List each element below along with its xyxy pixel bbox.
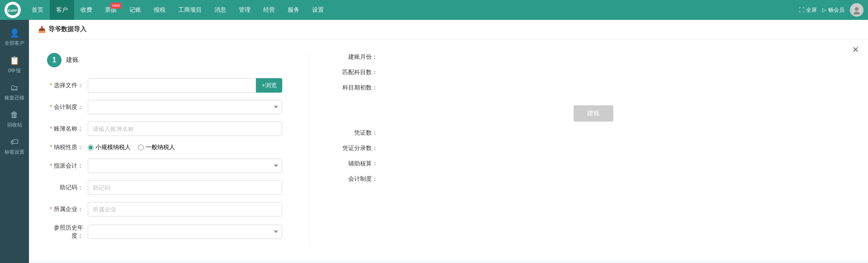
sidebar-item-label: 标签设置 bbox=[5, 149, 24, 155]
sidebar-item-trash[interactable]: 🗑 回收站 bbox=[1, 107, 28, 132]
form-card: ✕ 1 建账 * 选择文件： bbox=[29, 39, 868, 261]
browse-button[interactable]: +浏览 bbox=[256, 78, 282, 93]
file-row: * 选择文件： +浏览 bbox=[47, 78, 282, 93]
history-year-wrapper bbox=[88, 225, 282, 239]
step-label: 建账 bbox=[66, 56, 79, 64]
sidebar-item-label: 全部客户 bbox=[5, 40, 24, 47]
accounting-system-wrapper bbox=[88, 100, 282, 114]
svg-point-3 bbox=[854, 12, 860, 14]
sidebar: 👤 全部客户 📋 0申报 🗂 账套迁移 🗑 回收站 🏷 标签设置 bbox=[0, 20, 29, 263]
page-title-icon: 📥 bbox=[38, 26, 46, 33]
nav-home[interactable]: 首页 bbox=[25, 0, 50, 20]
accounting-system-right-label: 会计制度： bbox=[337, 175, 382, 183]
file-input[interactable] bbox=[88, 78, 256, 93]
nav-service[interactable]: 服务 bbox=[281, 0, 306, 20]
migrate-icon: 🗂 bbox=[10, 83, 19, 93]
nav-manage[interactable]: 管理 bbox=[232, 0, 257, 20]
vip-btn[interactable]: ▷ 畅会员 bbox=[822, 6, 844, 14]
memo-code-row: 助记码： bbox=[47, 180, 282, 195]
nav-invoice[interactable]: 票据 new bbox=[99, 0, 123, 20]
nav-clients[interactable]: 客户 bbox=[50, 0, 74, 20]
fullscreen-btn[interactable]: ⛶ 全屏 bbox=[799, 6, 817, 14]
avatar-icon bbox=[852, 5, 861, 14]
accountant-row: * 指派会计： bbox=[47, 159, 282, 173]
company-input[interactable] bbox=[88, 202, 282, 216]
company-label: * 所属企业： bbox=[47, 205, 88, 213]
nav-bookkeeping[interactable]: 记账 bbox=[123, 0, 147, 20]
tax-general-radio[interactable] bbox=[138, 145, 144, 150]
build-btn-wrapper: 建账 bbox=[337, 101, 850, 122]
fullscreen-icon: ⛶ bbox=[799, 7, 804, 13]
step-header: 1 建账 bbox=[47, 53, 282, 67]
sidebar-item-label: 回收站 bbox=[7, 122, 22, 128]
accountant-label: * 指派会计： bbox=[47, 162, 88, 170]
ledger-name-label: * 账簿名称： bbox=[47, 125, 88, 133]
accountant-select[interactable] bbox=[88, 159, 282, 173]
tax-small-scale[interactable]: 小规模纳税人 bbox=[88, 143, 131, 151]
form-layout: 1 建账 * 选择文件： +浏览 bbox=[47, 53, 850, 247]
page-title-text: 导爷数据导入 bbox=[48, 25, 86, 33]
top-nav: EaRP 首页 客户 收费 票据 new 记账 报税 工商项目 消息 管理 经营… bbox=[0, 0, 868, 20]
sidebar-item-migrate[interactable]: 🗂 账套迁移 bbox=[1, 80, 28, 105]
subjects-opening-label: 科目期初数： bbox=[337, 84, 382, 92]
voucher-count-label: 凭证数： bbox=[337, 129, 382, 137]
nav-operation[interactable]: 经营 bbox=[257, 0, 281, 20]
nav-right: ⛶ 全屏 ▷ 畅会员 bbox=[799, 3, 863, 17]
main-content: 📥 导爷数据导入 ✕ 1 建账 bbox=[29, 20, 868, 263]
tax-type-label: * 纳税性质： bbox=[47, 143, 88, 151]
file-label: * 选择文件： bbox=[47, 81, 88, 89]
nav-settings[interactable]: 设置 bbox=[306, 0, 330, 20]
step-circle: 1 bbox=[47, 53, 62, 67]
history-year-select[interactable] bbox=[88, 225, 282, 239]
build-month-row: 建账月份： bbox=[337, 53, 850, 61]
declare-icon: 📋 bbox=[9, 56, 19, 66]
nav-tax[interactable]: 报税 bbox=[147, 0, 172, 20]
page-title: 📥 导爷数据导入 bbox=[38, 25, 86, 33]
sidebar-item-declare[interactable]: 📋 0申报 bbox=[1, 52, 28, 78]
sidebar-item-label: 账套迁移 bbox=[5, 94, 24, 101]
auxiliary-row: 辅助核算： bbox=[337, 160, 850, 168]
svg-text:EaRP: EaRP bbox=[8, 9, 18, 13]
accountant-wrapper bbox=[88, 159, 282, 173]
voucher-count-row: 凭证数： bbox=[337, 129, 850, 137]
page-header: 📥 导爷数据导入 bbox=[29, 20, 868, 39]
tags-icon: 🏷 bbox=[10, 137, 19, 147]
vip-label: 畅会员 bbox=[828, 6, 844, 14]
match-subjects-label: 匹配科目数： bbox=[337, 68, 382, 76]
tax-general[interactable]: 一般纳税人 bbox=[138, 143, 175, 151]
voucher-entries-label: 凭证分录数： bbox=[337, 144, 382, 152]
accounting-system-label: * 会计制度： bbox=[47, 103, 88, 111]
form-left: 1 建账 * 选择文件： +浏览 bbox=[47, 53, 282, 247]
user-avatar[interactable] bbox=[850, 3, 863, 17]
ledger-name-row: * 账簿名称： bbox=[47, 122, 282, 136]
tax-small-radio[interactable] bbox=[88, 145, 94, 150]
trash-icon: 🗑 bbox=[10, 110, 19, 120]
nav-business[interactable]: 工商项目 bbox=[172, 0, 208, 20]
file-input-group: +浏览 bbox=[88, 78, 282, 93]
sidebar-item-label: 0申报 bbox=[8, 67, 21, 74]
subjects-opening-row: 科目期初数： bbox=[337, 84, 850, 92]
form-right: 建账月份： 匹配科目数： 科目期初数： 建账 bbox=[337, 53, 850, 247]
vip-icon: ▷ bbox=[822, 7, 826, 13]
close-button[interactable]: ✕ bbox=[852, 45, 859, 55]
nav-fee[interactable]: 收费 bbox=[74, 0, 99, 20]
tax-type-radio-group: 小规模纳税人 一般纳税人 bbox=[88, 143, 282, 151]
build-month-label: 建账月份： bbox=[337, 53, 382, 61]
memo-code-input[interactable] bbox=[88, 180, 282, 195]
build-account-button[interactable]: 建账 bbox=[574, 105, 613, 122]
voucher-entries-row: 凭证分录数： bbox=[337, 144, 850, 152]
app-logo[interactable]: EaRP bbox=[5, 2, 21, 18]
sidebar-item-all-clients[interactable]: 👤 全部客户 bbox=[1, 24, 28, 50]
ledger-name-input[interactable] bbox=[88, 122, 282, 136]
match-subjects-row: 匹配科目数： bbox=[337, 68, 850, 76]
history-year-label: 参照历史年度： bbox=[47, 224, 88, 240]
new-badge: new bbox=[111, 3, 121, 9]
sidebar-item-tags[interactable]: 🏷 标签设置 bbox=[1, 134, 28, 159]
accounting-system-row: * 会计制度： bbox=[47, 100, 282, 114]
nav-items: 首页 客户 收费 票据 new 记账 报税 工商项目 消息 管理 经营 服务 设… bbox=[25, 0, 799, 20]
nav-message[interactable]: 消息 bbox=[208, 0, 232, 20]
fullscreen-label: 全屏 bbox=[806, 6, 817, 14]
accounting-system-select[interactable] bbox=[88, 100, 282, 114]
logo-icon: EaRP bbox=[7, 4, 19, 16]
divider bbox=[309, 53, 310, 247]
